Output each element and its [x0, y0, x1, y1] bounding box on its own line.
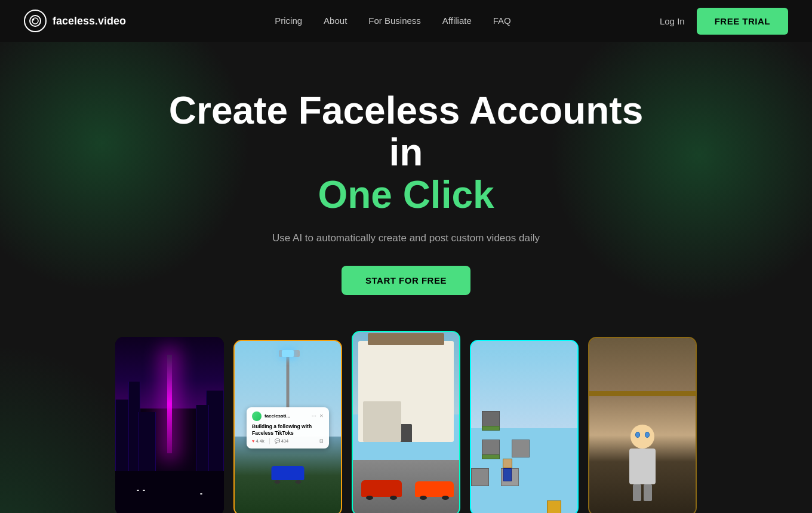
social-divider	[269, 438, 270, 444]
nav-pricing[interactable]: Pricing	[275, 16, 302, 26]
navbar: faceless.video Pricing About For Busines…	[0, 0, 812, 42]
cyberpunk-beam	[167, 355, 172, 453]
brand-logo[interactable]: faceless.video	[24, 10, 126, 32]
building-3	[138, 412, 156, 480]
luxury-car-1	[361, 480, 402, 497]
luxury-car-2	[415, 481, 454, 497]
svg-point-1	[32, 18, 38, 24]
hero-section: Create Faceless Accounts in One Click Us…	[0, 42, 812, 513]
mc-grass-1	[482, 454, 500, 459]
social-save: ⊡	[319, 438, 324, 444]
social-avatar	[252, 411, 262, 421]
social-close: ✕	[319, 413, 324, 419]
login-button[interactable]: Log In	[660, 16, 685, 26]
nav-about[interactable]: About	[324, 16, 347, 26]
baby-shelf	[589, 391, 696, 396]
social-comments: 💬 434	[275, 438, 289, 444]
logo-icon	[24, 10, 47, 32]
free-trial-button[interactable]: FREE TRIAL	[697, 8, 788, 35]
video-grid: facelessti... ··· ✕ Building a following…	[115, 331, 697, 513]
baby-figure	[629, 425, 656, 501]
car-light-3	[200, 493, 202, 494]
mc-body	[503, 468, 512, 481]
svg-point-2	[33, 19, 35, 21]
mc-yellow-block	[547, 500, 561, 513]
hero-content: Create Faceless Accounts in One Click Us…	[167, 90, 645, 295]
social-likes: ♥ 4.4k	[252, 438, 264, 444]
baby-eye-left	[635, 432, 640, 438]
luxury-house	[358, 341, 454, 441]
nav-affiliate[interactable]: Affiliate	[442, 16, 472, 26]
hero-title-line1: Create Faceless Accounts in	[169, 89, 643, 174]
baby-legs	[629, 484, 656, 501]
mc-block-4	[471, 468, 489, 486]
hero-title-line2: One Click	[167, 174, 645, 216]
minecraft-figure	[503, 459, 512, 481]
nav-faq[interactable]: FAQ	[493, 16, 511, 26]
mc-block-2	[512, 440, 530, 457]
video-card-luxury[interactable]	[352, 331, 460, 513]
social-name: facelessti...	[264, 413, 290, 419]
building-5	[196, 405, 209, 480]
start-for-free-button[interactable]: START FOR FREE	[342, 266, 470, 295]
video-card-minecraft[interactable]	[470, 340, 579, 513]
social-title: Building a following with Faceless TikTo…	[252, 423, 324, 437]
baby-leg-right	[644, 484, 652, 501]
luxury-garage	[363, 401, 401, 441]
race-light-beam	[282, 350, 294, 357]
baby-eyes	[630, 425, 654, 438]
baby-body	[629, 449, 656, 484]
minecraft-terrain	[471, 419, 577, 513]
baby-eye-right	[645, 432, 650, 438]
nav-for-business[interactable]: For Business	[368, 16, 421, 26]
luxury-door	[400, 424, 412, 442]
social-overlay-card: facelessti... ··· ✕ Building a following…	[247, 407, 329, 449]
cyberpunk-street	[115, 471, 224, 513]
social-dots: ···	[312, 413, 316, 419]
video-card-baby[interactable]	[588, 337, 697, 513]
brand-name: faceless.video	[53, 15, 126, 27]
nav-links: Pricing About For Business Affiliate FAQ	[275, 16, 511, 26]
hero-subtitle: Use AI to automatically create and post …	[167, 232, 645, 244]
baby-head	[630, 425, 654, 449]
luxury-roof	[368, 333, 444, 345]
baby-leg-left	[633, 484, 641, 501]
mc-grass-2	[482, 426, 500, 431]
car-light-2	[143, 490, 145, 491]
race-car	[272, 466, 304, 480]
mc-head	[503, 459, 512, 468]
svg-point-0	[30, 16, 41, 26]
video-card-race[interactable]: facelessti... ··· ✕ Building a following…	[233, 340, 342, 513]
hero-title: Create Faceless Accounts in One Click	[167, 90, 645, 216]
nav-actions: Log In FREE TRIAL	[660, 8, 788, 35]
video-card-cyberpunk[interactable]	[115, 337, 224, 513]
